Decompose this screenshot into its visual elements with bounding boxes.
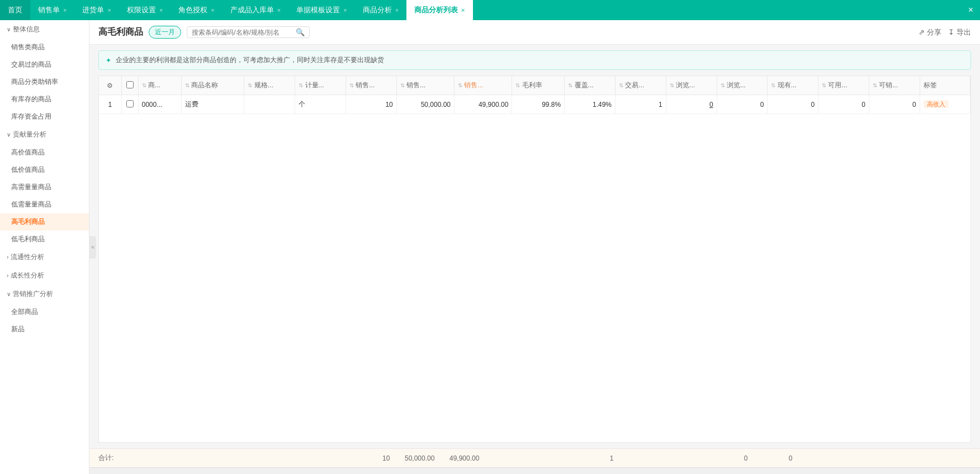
- chevron-down-icon: ∨: [7, 132, 11, 138]
- nav-item-production[interactable]: 产成品入库单 ×: [222, 0, 288, 20]
- nav-item-permission[interactable]: 权限设置 ×: [119, 0, 171, 20]
- row-index: 1: [99, 95, 121, 114]
- sidebar-group-marketing[interactable]: ∨ 营销推广分析: [0, 285, 89, 303]
- sidebar: ∨ 整体信息 销售类商品 交易过的商品 商品分类助销率 有库存的商品 库存资金占…: [0, 20, 89, 474]
- sidebar-item-high-value[interactable]: 高价值商品: [0, 144, 89, 161]
- sidebar-group-contribution[interactable]: ∨ 贡献量分析: [0, 125, 89, 144]
- col-header-stock-sellable[interactable]: ⇅ 可销...: [869, 76, 920, 95]
- col-header-stock-current[interactable]: ⇅ 现有...: [768, 76, 818, 95]
- sidebar-item-high-demand[interactable]: 高需量量商品: [0, 179, 89, 196]
- close-icon[interactable]: ×: [159, 0, 163, 20]
- row-spec: [244, 95, 295, 114]
- header-actions: ⇗ 分享 ↧ 导出: [919, 27, 971, 37]
- row-code[interactable]: 0000...: [138, 95, 181, 114]
- sidebar-item-low-value[interactable]: 低价值商品: [0, 161, 89, 179]
- col-header-sales-profit[interactable]: ⇅ 销售...: [455, 76, 512, 95]
- search-input[interactable]: [192, 29, 292, 36]
- sidebar-item-new-goods[interactable]: 新品: [0, 321, 89, 338]
- close-icon[interactable]: ×: [395, 0, 399, 20]
- nav-item-analysis-list[interactable]: 商品分析列表 ×: [406, 0, 472, 20]
- sidebar-group-overall[interactable]: ∨ 整体信息: [0, 20, 89, 39]
- export-icon: ↧: [948, 28, 954, 36]
- footer-transaction: 1: [572, 454, 617, 462]
- sidebar-item-all-goods[interactable]: 全部商品: [0, 303, 89, 321]
- col-header-sales-amount[interactable]: ⇅ 销售...: [396, 76, 454, 95]
- sidebar-item-high-margin[interactable]: 高毛利商品: [0, 213, 89, 231]
- sidebar-item-traded-goods[interactable]: 交易过的商品: [0, 56, 89, 73]
- footer-sales-profit: 49,900.00: [438, 454, 482, 462]
- data-table: ⚙ ⇅ 商... ⇅ 商品名称 ⇅ 规格...: [99, 76, 970, 114]
- col-header-tag[interactable]: 标签: [920, 76, 970, 95]
- sidebar-group-growth[interactable]: › 成长性分析: [0, 266, 89, 285]
- col-header-code[interactable]: ⇅ 商...: [138, 76, 181, 95]
- close-icon[interactable]: ×: [211, 0, 214, 20]
- export-button[interactable]: ↧ 导出: [948, 27, 971, 37]
- close-all-button[interactable]: ×: [962, 0, 980, 20]
- sidebar-item-low-demand[interactable]: 低需量量商品: [0, 196, 89, 213]
- nav-item-sales[interactable]: 销售单 ×: [30, 0, 74, 20]
- table-footer: 合计: 10 50,000.00 49,900.00 1 0 0: [89, 448, 980, 467]
- data-table-wrapper: ⚙ ⇅ 商... ⇅ 商品名称 ⇅ 规格...: [98, 76, 971, 443]
- col-header-stock-available[interactable]: ⇅ 可用...: [818, 76, 869, 95]
- share-icon: ⇗: [919, 28, 925, 36]
- chevron-right-icon: ›: [7, 273, 8, 279]
- nav-item-role[interactable]: 角色授权 ×: [171, 0, 222, 20]
- page-title: 高毛利商品: [98, 26, 143, 38]
- footer-label: 合计:: [98, 453, 113, 463]
- sidebar-wrapper: ∨ 整体信息 销售类商品 交易过的商品 商品分类助销率 有库存的商品 库存资金占…: [0, 20, 89, 474]
- row-tag: 高收入: [920, 95, 970, 114]
- col-header-browse2[interactable]: ⇅ 浏览...: [717, 76, 768, 95]
- top-nav: 首页 销售单 × 进货单 × 权限设置 × 角色授权 × 产成品入库单 × 单据…: [0, 0, 980, 20]
- col-header-sales-count[interactable]: ⇅ 销售...: [345, 76, 396, 95]
- close-icon[interactable]: ×: [277, 0, 281, 20]
- footer-stock-available: 0: [751, 454, 796, 462]
- row-sales-profit: 49,900.00: [455, 95, 512, 114]
- nav-item-analysis[interactable]: 商品分析 ×: [355, 0, 406, 20]
- col-header-name[interactable]: ⇅ 商品名称: [181, 76, 244, 95]
- share-button[interactable]: ⇗ 分享: [919, 27, 941, 37]
- col-header-browse1[interactable]: ⇅ 浏览...: [666, 76, 717, 95]
- content-header: 高毛利商品 近一月 🔍 ⇗ 分享 ↧ 导出: [89, 20, 980, 45]
- row-unit: 个: [295, 95, 346, 114]
- close-icon[interactable]: ×: [107, 0, 111, 20]
- filter-button[interactable]: 近一月: [149, 26, 181, 39]
- close-icon[interactable]: ×: [461, 0, 465, 20]
- nav-item-purchase[interactable]: 进货单 ×: [74, 0, 119, 20]
- main-layout: ∨ 整体信息 销售类商品 交易过的商品 商品分类助销率 有库存的商品 库存资金占…: [0, 20, 980, 474]
- nav-item-template[interactable]: 单据模板设置 ×: [288, 0, 354, 20]
- chevron-right-icon: ›: [7, 254, 8, 260]
- settings-column-header[interactable]: ⚙: [99, 76, 121, 95]
- sidebar-item-stock-fund[interactable]: 库存资金占用: [0, 108, 89, 125]
- row-name: 运费: [181, 95, 244, 114]
- col-header-spec[interactable]: ⇅ 规格...: [244, 76, 295, 95]
- row-sales-count: 10: [345, 95, 396, 114]
- col-header-unit[interactable]: ⇅ 计量...: [295, 76, 346, 95]
- close-icon[interactable]: ×: [63, 0, 67, 20]
- nav-item-home[interactable]: 首页: [0, 0, 30, 20]
- content-area: 高毛利商品 近一月 🔍 ⇗ 分享 ↧ 导出 ✦ 企业的主要的利润都是这部分商品创…: [89, 20, 980, 474]
- chevron-down-icon: ∨: [7, 26, 11, 32]
- search-icon[interactable]: 🔍: [296, 28, 305, 36]
- sidebar-group-liquidity[interactable]: › 流通性分析: [0, 248, 89, 266]
- close-icon[interactable]: ×: [343, 0, 347, 20]
- select-all-checkbox[interactable]: [126, 81, 134, 88]
- table-header-row: ⚙ ⇅ 商... ⇅ 商品名称 ⇅ 规格...: [99, 76, 970, 95]
- sidebar-collapse-button[interactable]: «: [89, 236, 96, 259]
- chevron-down-icon: ∨: [7, 291, 11, 297]
- row-stock-sellable: 0: [869, 95, 920, 114]
- sidebar-item-category-rate[interactable]: 商品分类助销率: [0, 73, 89, 91]
- row-gross-margin: 99.8%: [512, 95, 565, 114]
- row-coverage: 1.49%: [565, 95, 616, 114]
- sidebar-item-instock-goods[interactable]: 有库存的商品: [0, 91, 89, 108]
- col-header-coverage[interactable]: ⇅ 覆盖...: [565, 76, 616, 95]
- sidebar-item-sales-goods[interactable]: 销售类商品: [0, 39, 89, 56]
- horizontal-scrollbar[interactable]: [89, 467, 980, 474]
- row-checkbox[interactable]: [121, 95, 138, 114]
- col-header-transaction[interactable]: ⇅ 交易...: [616, 76, 666, 95]
- row-browse1[interactable]: 0: [666, 95, 717, 114]
- row-stock-current: 0: [768, 95, 818, 114]
- checkbox-column-header[interactable]: [121, 76, 138, 95]
- row-sales-amount: 50,000.00: [396, 95, 454, 114]
- sidebar-item-low-margin[interactable]: 低毛利商品: [0, 231, 89, 248]
- col-header-gross-margin[interactable]: ⇅ 毛利率: [512, 76, 565, 95]
